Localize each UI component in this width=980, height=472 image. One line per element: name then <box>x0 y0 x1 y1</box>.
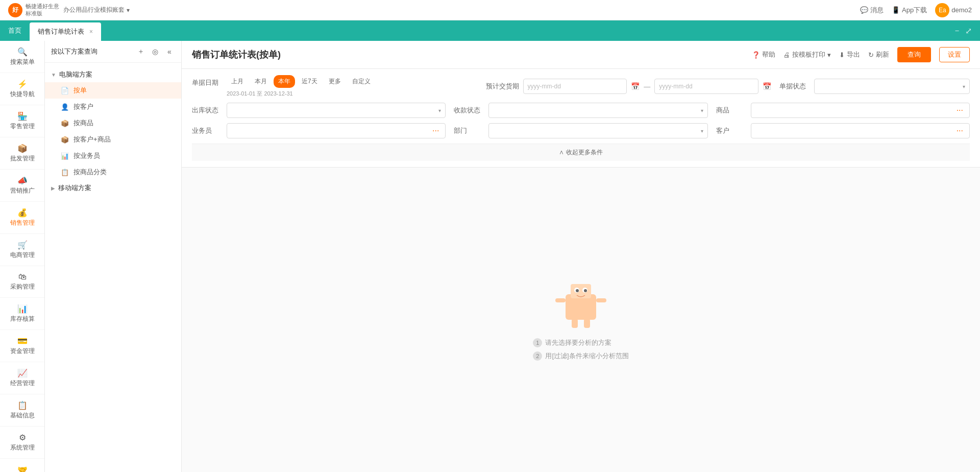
sidebar-item-finance[interactable]: 💳 资金管理 <box>0 330 44 362</box>
sidebar-item-marketing[interactable]: 📣 营销推广 <box>0 170 44 202</box>
svg-rect-7 <box>596 298 606 302</box>
svg-rect-9 <box>584 319 590 328</box>
scheme-item-by-goods[interactable]: 📦 按商品 <box>45 115 181 131</box>
delivery-select[interactable]: ▾ <box>227 103 446 118</box>
calendar-end-icon[interactable]: 📅 <box>763 82 771 90</box>
tab-minimize-icon[interactable]: － <box>953 26 961 36</box>
tab-home[interactable]: 首页 <box>0 20 30 41</box>
salesman-dots-button[interactable]: ··· <box>430 126 441 135</box>
scheme-collapse-button[interactable]: « <box>164 46 175 57</box>
avatar: Ea <box>935 3 949 17</box>
scheme-item-by-customer[interactable]: 👤 按客户 <box>45 99 181 115</box>
sidebar-item-purchase[interactable]: 🛍 采购管理 <box>0 266 44 298</box>
breadcrumb[interactable]: 办公用品行业模拟账套 ▾ <box>63 6 130 14</box>
expected-date-start[interactable]: yyyy-mm-dd <box>523 79 627 94</box>
sidebar-item-operation[interactable]: 📈 经营管理 <box>0 362 44 394</box>
status-chevron-icon: ▾ <box>963 84 965 89</box>
scheme-panel-header: 按以下方案查询 ＋ ◎ « <box>45 41 181 63</box>
scheme-item-by-category[interactable]: 📋 按商品分类 <box>45 164 181 180</box>
customer-input[interactable]: ··· <box>751 123 970 138</box>
search-icon: 🔍 <box>4 47 40 57</box>
department-chevron-icon: ▾ <box>701 128 703 134</box>
tab-sales-stats[interactable]: 销售订单统计表 × <box>30 22 101 41</box>
sidebar-item-search[interactable]: 🔍 搜索菜单 <box>0 41 44 73</box>
scheme-item-by-customer-goods[interactable]: 📦 按客户+商品 <box>45 131 181 148</box>
empty-state-illustration <box>550 279 611 330</box>
date-btn-last7[interactable]: 近7天 <box>297 75 322 88</box>
customer-label: 客户 <box>716 126 747 135</box>
sidebar-item-system[interactable]: ⚙ 系统管理 <box>0 427 44 459</box>
date-range-display: 2023-01-01 至 2023-12-31 <box>227 90 375 98</box>
scheme-settings-button[interactable]: ◎ <box>150 46 161 57</box>
basic-icon: 📋 <box>4 400 40 410</box>
payment-label: 收款状态 <box>454 106 484 115</box>
date-separator: — <box>644 83 650 90</box>
hint-num-1: 1 <box>533 338 542 347</box>
calendar-start-icon[interactable]: 📅 <box>631 82 640 90</box>
filter-row-3: 业务员 ··· 部门 ▾ 客户 <box>192 123 970 138</box>
scheme-group-mobile-header[interactable]: ▶ 移动端方案 <box>45 180 181 196</box>
scheme-item-by-salesman[interactable]: 📊 按业务员 <box>45 148 181 164</box>
department-select[interactable]: ▾ <box>488 123 707 138</box>
messages-button[interactable]: 💬 消息 <box>860 6 884 15</box>
app-icon: 📱 <box>892 6 900 14</box>
main-area: 销售订单统计表(按单) ❓ 帮助 🖨 按模板打印 ▾ ⬇ <box>182 41 980 472</box>
sidebar-item-retail[interactable]: 🏪 零售管理 <box>0 105 44 137</box>
marketing-icon: 📣 <box>4 176 40 185</box>
top-bar: 好 畅捷通好生意 标准版 办公用品行业模拟账套 ▾ 💬 消息 📱 App下载 E… <box>0 0 980 20</box>
sidebar-item-basic[interactable]: 📋 基础信息 <box>0 394 44 427</box>
filter-row-1: 单据日期 上月 本月 本年 近7天 更多 自定义 2023-01-01 至 20… <box>192 75 970 98</box>
page-header: 销售订单统计表(按单) ❓ 帮助 🖨 按模板打印 ▾ ⬇ <box>182 41 980 69</box>
refresh-icon: ↻ <box>868 51 874 59</box>
status-select[interactable]: ▾ <box>814 79 970 94</box>
sidebar-item-enterprise[interactable]: 🤝 企业协同 <box>0 459 44 472</box>
scheme-panel: 按以下方案查询 ＋ ◎ « ▼ 电脑端方案 📄 按单 <box>45 41 182 472</box>
app-download-button[interactable]: 📱 App下载 <box>892 6 927 15</box>
export-icon: ⬇ <box>839 51 845 59</box>
by-goods-icon: 📦 <box>60 119 69 128</box>
tab-close-icon[interactable]: × <box>89 28 93 35</box>
svg-rect-8 <box>572 319 578 328</box>
collapse-more-button[interactable]: ∧ 收起更多条件 <box>192 144 970 161</box>
enterprise-icon: 🤝 <box>4 465 40 472</box>
sidebar-item-quick-nav[interactable]: ⚡ 快捷导航 <box>0 73 44 105</box>
purchase-icon: 🛍 <box>4 272 40 281</box>
settings-button[interactable]: 设置 <box>939 47 970 62</box>
customer-dots-button[interactable]: ··· <box>954 126 965 135</box>
date-btn-this-month[interactable]: 本月 <box>250 75 272 88</box>
query-button[interactable]: 查询 <box>897 47 931 62</box>
date-btn-this-year[interactable]: 本年 <box>274 75 295 88</box>
sidebar-item-wholesale[interactable]: 📦 批发管理 <box>0 137 44 170</box>
expected-date-end[interactable]: yyyy-mm-dd <box>654 79 758 94</box>
delivery-chevron-icon: ▾ <box>438 108 441 113</box>
scheme-add-button[interactable]: ＋ <box>135 46 146 57</box>
tab-bar: 首页 销售订单统计表 × － ⤢ <box>0 20 980 41</box>
sidebar-item-inventory[interactable]: 📊 库存核算 <box>0 298 44 330</box>
help-button[interactable]: ❓ 帮助 <box>752 50 775 59</box>
goods-dots-button[interactable]: ··· <box>954 106 965 115</box>
goods-label: 商品 <box>716 106 747 115</box>
print-button[interactable]: 🖨 按模板打印 ▾ <box>783 50 831 59</box>
date-btn-last-month[interactable]: 上月 <box>227 75 248 88</box>
empty-state-text: 1 请先选择要分析的方案 2 用[过滤]条件来缩小分析范围 <box>533 338 628 361</box>
goods-input[interactable]: ··· <box>751 103 970 118</box>
retail-icon: 🏪 <box>4 111 40 121</box>
breadcrumb-arrow-icon: ▾ <box>127 7 130 14</box>
export-button[interactable]: ⬇ 导出 <box>839 50 860 59</box>
salesman-input[interactable]: ··· <box>227 123 446 138</box>
wholesale-icon: 📦 <box>4 144 40 153</box>
refresh-button[interactable]: ↻ 刷新 <box>868 50 889 59</box>
tab-maximize-icon[interactable]: ⤢ <box>965 26 972 36</box>
payment-select[interactable]: ▾ <box>488 103 707 118</box>
by-customer-icon: 👤 <box>60 102 69 111</box>
arrow-right-icon: ▶ <box>51 185 55 191</box>
scheme-item-by-order[interactable]: 📄 按单 <box>45 82 181 99</box>
date-btn-more[interactable]: 更多 <box>324 75 346 88</box>
user-area[interactable]: Ea demo2 <box>935 3 972 17</box>
date-btn-custom[interactable]: 自定义 <box>348 75 375 88</box>
sidebar-item-sales[interactable]: 💰 销售管理 <box>0 202 44 234</box>
message-icon: 💬 <box>860 6 868 14</box>
sidebar-item-ecommerce[interactable]: 🛒 电商管理 <box>0 234 44 266</box>
scheme-group-pc-header[interactable]: ▼ 电脑端方案 <box>45 67 181 82</box>
tab-bar-right: － ⤢ <box>953 26 980 36</box>
